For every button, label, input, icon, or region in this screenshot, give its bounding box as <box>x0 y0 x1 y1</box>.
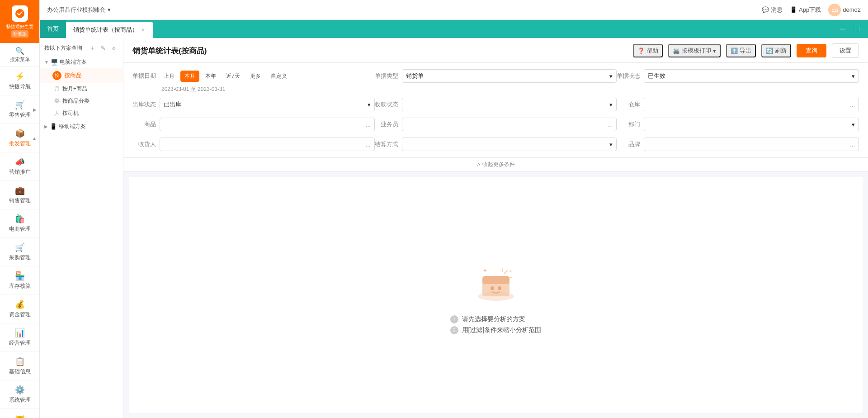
avatar: Ea <box>828 4 841 16</box>
sidebar-item-quicknav[interactable]: ⚡ 快捷导航 <box>0 67 39 95</box>
message-btn[interactable]: 💬 消息 <box>762 6 783 14</box>
doc-status-arrow: ▾ <box>852 73 855 80</box>
brand-control: ... <box>644 138 859 151</box>
date-last7-btn[interactable]: 近7天 <box>222 71 244 82</box>
out-status-select[interactable]: 已出库 ▾ <box>160 98 375 111</box>
pc-group-label: 电脑端方案 <box>60 58 87 66</box>
tree-item-by-product[interactable]: 按 按商品 <box>40 68 123 83</box>
user-menu-btn[interactable]: Ea demo2 <box>828 4 861 16</box>
collapse-bar[interactable]: ∧ 收起更多条件 <box>123 158 868 171</box>
salesperson-field[interactable]: ... <box>402 118 617 131</box>
mobile-group-arrow: ▶ <box>44 124 48 129</box>
product-label: 商品 <box>132 120 160 128</box>
date-this-year-btn[interactable]: 本年 <box>201 71 220 82</box>
sidebar-item-operations[interactable]: 📊 经营管理 <box>0 323 39 352</box>
warehouse-field[interactable]: ... <box>644 98 859 111</box>
date-label: 单据日期 <box>132 72 160 80</box>
tree-mobile-group[interactable]: ▶ 📱 移动端方案 <box>40 120 123 133</box>
filter-cell-brand: 品牌 ... <box>617 136 859 153</box>
sidebar-item-marketing[interactable]: 📣 营销推广 <box>0 152 39 181</box>
industry-selector[interactable]: 办公用品行业模拟账套 ▾ <box>47 6 111 14</box>
purchase-label: 采购管理 <box>9 254 31 261</box>
content-area: 按以下方案查询 + ✎ « ▼ 🖥️ 电脑端方案 按 按商品 <box>40 38 868 418</box>
sidebar-item-enterprise[interactable]: 🤝 企业协同 <box>0 409 39 418</box>
brand-field[interactable]: ... <box>644 138 859 151</box>
category-label: 按商品分类 <box>62 97 90 105</box>
salesperson-dots: ... <box>608 121 613 128</box>
panel-header-title: 按以下方案查询 <box>44 44 82 52</box>
doc-status-select[interactable]: 已生效 ▾ <box>644 69 859 83</box>
sidebar-item-sales[interactable]: 💼 销售管理 <box>0 181 39 209</box>
system-label: 系统管理 <box>9 396 31 404</box>
date-range-text: 2023-03-01 至 2023-03-31 <box>161 86 225 92</box>
empty-tip-1: 1 请先选择要分析的方案 <box>450 315 542 323</box>
brand-label: 品牌 <box>617 140 644 148</box>
export-icon: ⬆️ <box>731 48 738 54</box>
doc-type-select[interactable]: 销货单 ▾ <box>402 69 617 83</box>
tree-item-by-month-product[interactable]: 月 按月+商品 <box>40 83 123 95</box>
filter-cell-department: 部门 ▾ <box>617 116 859 133</box>
sidebar-item-retail[interactable]: 🛒 零售管理 ▶ <box>0 95 39 124</box>
tab-home[interactable]: 首页 <box>40 20 66 38</box>
date-last-month-btn[interactable]: 上月 <box>160 71 179 82</box>
settings-btn[interactable]: 设置 <box>832 43 859 58</box>
sidebar-item-inventory[interactable]: 🏪 库存核算 <box>0 266 39 295</box>
panel-collapse-btn[interactable]: « <box>109 43 118 52</box>
sidebar-item-basic[interactable]: 📋 基础信息 <box>0 352 39 380</box>
tab-sales-stats-label: 销货单统计表（按商品） <box>73 26 138 34</box>
topbar: 办公用品行业模拟账套 ▾ 💬 消息 📱 App下载 Ea demo2 <box>40 0 868 20</box>
receipt-status-select[interactable]: ▾ <box>402 98 617 111</box>
sidebar-item-system[interactable]: ⚙️ 系统管理 <box>0 380 39 409</box>
warehouse-label: 仓库 <box>617 100 644 109</box>
industry-label: 办公用品行业模拟账套 <box>47 6 106 14</box>
help-btn[interactable]: ❓ 帮助 <box>633 44 663 57</box>
payment-select[interactable]: ▾ <box>402 138 617 151</box>
wholesale-arrow: ▲ <box>32 136 37 141</box>
sidebar-item-finance[interactable]: 💰 资金管理 <box>0 295 39 323</box>
tree-item-by-staff[interactable]: 人 按司机 <box>40 107 123 119</box>
tab-sales-stats[interactable]: 销货单统计表（按商品） × <box>66 22 153 38</box>
empty-tips: 1 请先选择要分析的方案 2 用[过滤]条件来缩小分析范围 <box>450 315 542 334</box>
tree-pc-group-header[interactable]: ▼ 🖥️ 电脑端方案 <box>40 56 123 68</box>
template-print-btn[interactable]: 🖨️ 按模板打印 ▾ <box>668 44 721 57</box>
tree-item-by-category[interactable]: 类 按商品分类 <box>40 95 123 107</box>
panel-add-btn[interactable]: + <box>88 43 97 52</box>
department-control: ▾ <box>644 118 859 131</box>
query-btn[interactable]: 查询 <box>797 44 826 57</box>
filter-row-3: 商品 ... 业务员 ... <box>132 116 859 133</box>
export-label: 导出 <box>740 47 751 55</box>
inventory-icon: 🏪 <box>15 271 25 281</box>
product-field[interactable]: ... <box>160 118 375 131</box>
sidebar-item-ecommerce[interactable]: 🛍️ 电商管理 <box>0 209 39 238</box>
date-this-month-btn[interactable]: 本月 <box>180 71 199 82</box>
sidebar-item-purchase[interactable]: 🛒 采购管理 <box>0 238 39 266</box>
date-custom-btn[interactable]: 自定义 <box>267 71 291 82</box>
svg-point-4 <box>491 286 494 290</box>
doc-type-value: 销货单 <box>406 72 424 80</box>
topbar-left: 办公用品行业模拟账套 ▾ <box>47 6 111 14</box>
tab-minimize-btn[interactable]: ─ <box>837 24 848 34</box>
help-label: 帮助 <box>646 47 658 55</box>
tab-maximize-btn[interactable]: □ <box>852 24 863 34</box>
out-status-label: 出库状态 <box>132 100 160 109</box>
staff-icon: 人 <box>54 109 60 117</box>
panel-edit-btn[interactable]: ✎ <box>99 43 108 52</box>
refresh-btn[interactable]: 🔄 刷新 <box>761 44 791 57</box>
receiver-dots: ... <box>366 141 371 148</box>
app-download-btn[interactable]: 📱 App下载 <box>790 6 821 14</box>
search-menu-item[interactable]: 🔍 搜索菜单 <box>0 43 39 67</box>
export-btn[interactable]: ⬆️ 导出 <box>726 44 756 57</box>
receiver-field[interactable]: ... <box>160 138 375 151</box>
sidebar-item-wholesale[interactable]: 📦 批发管理 ▲ <box>0 124 39 152</box>
payment-arrow: ▾ <box>609 141 613 148</box>
tip-text-2: 用[过滤]条件来缩小分析范围 <box>462 326 542 334</box>
out-status-control: 已出库 ▾ <box>160 98 375 111</box>
tab-close-icon[interactable]: × <box>141 26 146 34</box>
ecommerce-label: 电商管理 <box>9 225 31 233</box>
svg-point-5 <box>498 286 501 290</box>
finance-label: 资金管理 <box>9 311 31 318</box>
date-more-btn[interactable]: 更多 <box>246 71 265 82</box>
doc-status-value: 已生效 <box>648 72 665 80</box>
search-icon: 🔍 <box>15 47 24 55</box>
department-select[interactable]: ▾ <box>644 118 859 131</box>
